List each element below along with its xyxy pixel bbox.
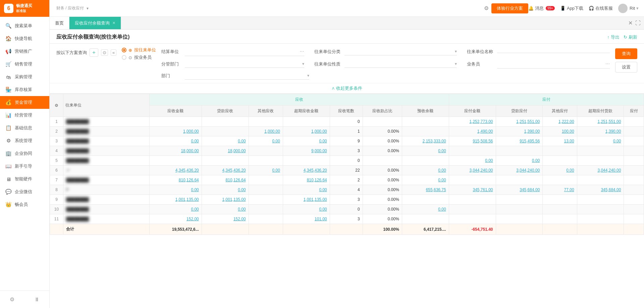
table-cell[interactable]: 810,126.64 [283,175,330,185]
table-cell[interactable]: 77.00 [543,185,577,195]
export-button[interactable]: ↑ 导出 [607,34,620,40]
sidebar-item-enterprise[interactable]: 🏢 企业协同 [0,147,49,160]
user-menu[interactable]: Rit ▾ [618,4,639,13]
table-cell[interactable]: 0.00 [283,136,330,146]
partner-nature-input[interactable]: ▾ [344,60,457,68]
table-cell[interactable]: 0.00 [249,136,283,146]
table-cell[interactable]: 13.00 [543,136,577,146]
table-cell[interactable]: 0.00 [402,166,449,175]
footer-ar-prepaid[interactable]: 6,417,215.... [402,224,449,235]
table-cell[interactable]: 4,345,436.20 [202,166,249,175]
scheme-option-partner[interactable]: ⊕ 按往来单位 [122,47,156,53]
table-cell[interactable]: 0.00 [202,136,249,146]
scheme-add-button[interactable]: ＋ [90,48,98,57]
table-cell[interactable]: 1,390.00 [496,127,543,136]
table-cell[interactable]: 3,044,240.00 [577,166,624,175]
footer-ar-ratio[interactable]: 100.00% [363,224,402,235]
query-button[interactable]: 查询 [615,48,637,59]
refresh-button[interactable]: ↻ 刷新 [624,34,637,40]
table-col-settings[interactable]: ⚙ [50,94,63,117]
app-download-button[interactable]: 📱 App下载 [560,5,583,11]
sidebar-item-finance[interactable]: 💰 资金管理 [0,96,49,109]
sidebar-item-member[interactable]: 👑 畅会员 [0,198,49,211]
table-cell[interactable]: 18,000.00 [202,146,249,156]
table-cell[interactable]: 1,000.00 [249,127,283,136]
tab-home[interactable]: 首页 [50,17,69,29]
footer-ar-total[interactable]: 19,553,472,6... [149,224,202,235]
partner-category-input[interactable]: ▾ [344,48,457,55]
table-cell[interactable]: 1,490.00 [449,127,496,136]
table-cell[interactable]: 0.00 [543,166,577,175]
scheme-settings-icon[interactable]: ⊙ [101,49,108,56]
table-cell[interactable]: 1,251,551.00 [577,117,624,127]
table-cell[interactable]: 0.00 [496,156,543,166]
sidebar-item-search[interactable]: 🔍 搜索菜单 [0,19,49,32]
settings-bottom-icon[interactable]: ⚙ [7,295,17,304]
tab-ar-ap[interactable]: 应收应付余额查询 ✕ [69,17,121,29]
table-cell[interactable]: 345,761.00 [449,185,496,195]
table-cell[interactable]: 810,126.64 [149,175,202,185]
table-cell[interactable]: 1,000.00 [283,127,330,136]
table-cell[interactable]: 345,684.00 [577,185,624,195]
salesperson-input[interactable]: ··· [497,59,610,69]
dept-manager-input[interactable]: ▾ [185,60,304,68]
table-cell[interactable]: 1,001,135.00 [283,195,330,205]
collapse-sidebar-icon[interactable]: ⏸ [32,295,42,304]
table-cell[interactable]: 655,636.75 [402,185,449,195]
table-cell[interactable]: 1,001,135.00 [149,195,202,205]
tab-close-icon[interactable]: ✕ [112,21,115,25]
table-cell[interactable]: 0.00 [577,136,624,146]
table-cell[interactable]: 0.00 [202,185,249,195]
sidebar-item-hardware[interactable]: 🖥 智能硬件 [0,173,49,185]
sidebar-item-purchase[interactable]: 🛍 采购管理 [0,71,49,83]
table-cell[interactable]: 0.00 [402,146,449,156]
table-cell[interactable]: 0.00 [149,136,202,146]
sidebar-item-system[interactable]: ⚙ 系统管理 [0,134,49,147]
table-cell[interactable]: 4,345,436.20 [283,166,330,175]
settlement-unit-input[interactable]: ··· [185,47,304,56]
online-service-button[interactable]: 🎧 在线客服 [589,5,613,11]
table-cell[interactable]: 152.00 [202,214,249,224]
table-cell[interactable]: 101.00 [283,214,330,224]
table-cell[interactable]: 1,001,135.00 [202,195,249,205]
table-cell[interactable]: 1,252,773.00 [449,117,496,127]
table-cell[interactable]: 915,495.56 [496,136,543,146]
table-cell[interactable]: 0.00 [149,185,202,195]
header-gear-icon[interactable]: ⚙ [484,5,489,11]
table-cell[interactable]: 0.00 [149,205,202,214]
table-cell[interactable]: 915,508.56 [449,136,496,146]
table-cell[interactable]: 0.00 [402,175,449,185]
table-cell[interactable]: 0.00 [283,205,330,214]
table-cell[interactable]: 152.00 [149,214,202,224]
table-cell[interactable]: 810,126.64 [202,175,249,185]
tab-maximize-icon[interactable]: ⛶ [635,20,641,26]
settings-button[interactable]: 设置 [615,62,637,73]
sidebar-item-basic[interactable]: 📋 基础信息 [0,122,49,134]
sidebar-item-sales[interactable]: 🛒 销售管理 [0,58,49,71]
sidebar-item-inventory[interactable]: 🏪 库存核算 [0,83,49,96]
table-cell[interactable]: 18,000.00 [149,146,202,156]
table-cell[interactable]: 1,000.00 [149,127,202,136]
table-cell[interactable]: 0.00 [402,205,449,214]
table-cell[interactable]: 0.00 [283,185,330,195]
filter-collapse-button[interactable]: ∧ 收起更多条件 [50,83,644,93]
table-cell[interactable]: 1,251,551.00 [496,117,543,127]
table-cell[interactable]: 0.00 [202,205,249,214]
dept-input[interactable]: ▾ [185,72,309,80]
sidebar-item-operations[interactable]: 📊 经营管理 [0,109,49,122]
table-cell[interactable]: 2,153,333.00 [402,136,449,146]
sidebar-item-wechat[interactable]: 💬 企业微信 [0,185,49,198]
sidebar-item-quicknav[interactable]: 🏠 快捷导航 [0,32,49,45]
table-cell[interactable]: 1,390.00 [577,127,624,136]
tab-close-window-icon[interactable]: ✕ [628,20,633,26]
table-cell[interactable]: 345,684.00 [496,185,543,195]
table-cell[interactable]: 0.00 [249,166,283,175]
messages-button[interactable]: 🔔 消息 99+ [528,5,555,11]
scheme-collapse-icon[interactable]: « [111,49,116,56]
partner-name-input[interactable] [497,50,610,53]
table-cell[interactable]: 9,000.00 [283,146,330,156]
table-cell[interactable]: 1,222.00 [543,117,577,127]
table-cell[interactable]: 0.00 [449,156,496,166]
table-cell[interactable]: 4,345,436.20 [149,166,202,175]
table-cell[interactable]: 3,044,240.00 [449,166,496,175]
